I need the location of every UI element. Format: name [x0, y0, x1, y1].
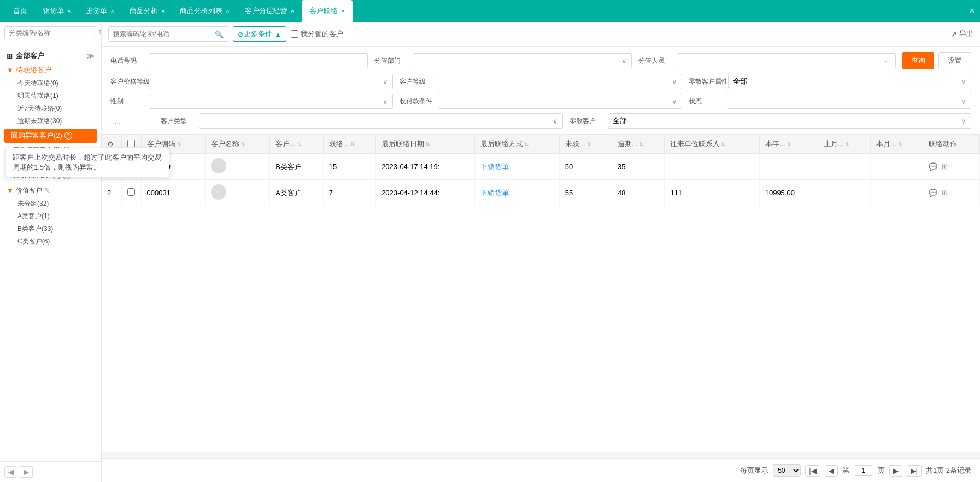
th-unreached[interactable]: 未联... ⇅	[559, 135, 612, 154]
sidebar-item-b-class[interactable]: B类客户(33)	[4, 223, 101, 235]
sidebar-item-today[interactable]: 今天待联络(0)	[4, 77, 101, 90]
th-type[interactable]: 客户... ⇅	[270, 135, 324, 154]
search-icon[interactable]: 🔍	[215, 30, 224, 38]
sort-icon-last-month: ⇅	[844, 141, 849, 147]
sidebar-item-c-class[interactable]: C类客户(6)	[4, 235, 101, 248]
nav-tab-customer-tier[interactable]: 客户分层经营 ×	[237, 0, 302, 22]
action-icon-chat-2[interactable]: 💬	[929, 189, 937, 197]
cell-overdue-1: 35	[612, 154, 665, 180]
th-overdue[interactable]: 逾期... ⇅	[612, 135, 665, 154]
status-select[interactable]: ∨	[727, 94, 971, 109]
cell-last-type-2[interactable]: 下销货单	[474, 180, 559, 206]
th-unit-contacts[interactable]: 往来单位联系人 ⇅	[665, 135, 759, 154]
last-contact-link-2[interactable]: 下销货单	[480, 189, 509, 197]
select-all-checkbox[interactable]	[127, 140, 135, 147]
th-last-date[interactable]: 最后联络日期 ⇅	[376, 135, 475, 154]
retail-customer-select[interactable]: 全部 ∨	[608, 113, 972, 129]
sidebar-prev-btn[interactable]: ◀	[4, 466, 17, 478]
table-area: ⚙ 客户编码 ⇅	[102, 135, 980, 452]
chevron-down-icon-gender: ∨	[383, 97, 388, 106]
adv-filter-row-2: 客户价格等级 ∨ 客户等级 ∨ 零散客户属性 全部	[110, 74, 971, 89]
help-icon[interactable]: ?	[64, 132, 72, 140]
nav-tab-purchase-close[interactable]: ×	[110, 8, 114, 14]
sidebar-item-a-class[interactable]: A类客户(1)	[4, 210, 101, 223]
query-button[interactable]: 查询	[902, 52, 934, 69]
sidebar-item-7days[interactable]: 近7天待联络(0)	[4, 102, 101, 115]
customer-type-select[interactable]: ∨	[199, 113, 563, 129]
nav-tab-customer-tier-close[interactable]: ×	[291, 8, 294, 14]
th-this-month[interactable]: 本月... ⇅	[870, 135, 923, 154]
sort-icon-last-date: ⇅	[425, 141, 430, 147]
th-this-year[interactable]: 本年... ⇅	[759, 135, 818, 154]
page-input[interactable]	[854, 465, 873, 476]
sidebar-item-overdue[interactable]: 逾期未联络(30)	[4, 115, 101, 127]
sidebar-item-ungroup[interactable]: 未分组(32)	[4, 198, 101, 210]
nav-tab-customer-contact[interactable]: 客户联络 ×	[302, 0, 352, 22]
cell-last-type-1[interactable]: 下销货单	[474, 154, 559, 180]
window-close-button[interactable]: ×	[970, 6, 975, 16]
last-contact-link-1[interactable]: 下销货单	[480, 162, 509, 171]
nav-tab-purchase[interactable]: 进货单 ×	[78, 0, 121, 22]
th-contact[interactable]: 联络... ⇅	[323, 135, 375, 154]
nav-tab-analysis-list[interactable]: 商品分析列表 ×	[172, 0, 237, 22]
row-checkbox-2[interactable]	[127, 188, 135, 196]
dots-button[interactable]: ...	[110, 117, 125, 125]
cell-type-2: A类客户	[270, 180, 324, 206]
sidebar-group-pending[interactable]: ▼ 待联络客户	[0, 63, 101, 77]
pagination: 每页显示 50 100 |◀ ◀ 第 页 ▶ ▶| 共1页 2条记录	[102, 458, 980, 482]
expand-arrow-icon: ▼	[7, 66, 14, 74]
last-page-btn[interactable]: ▶|	[907, 465, 922, 477]
sidebar-collapse-btn[interactable]: ≫	[87, 52, 95, 60]
nav-tab-home[interactable]: 首页	[5, 0, 35, 22]
action-icon-grid-1[interactable]: ⊞	[942, 162, 948, 171]
payment-select[interactable]: ∨	[438, 94, 682, 109]
cell-this-month-1	[870, 154, 923, 180]
phone-input[interactable]	[149, 53, 368, 68]
cell-name-2	[206, 180, 270, 206]
sidebar-all-customers[interactable]: ⊞ 全部客户 ≫	[0, 49, 101, 63]
sidebar-search-input[interactable]	[4, 26, 96, 39]
nav-tab-analysis[interactable]: 商品分析 ×	[122, 0, 172, 22]
settings-button[interactable]: 设置	[938, 52, 971, 69]
gender-select[interactable]: ∨	[149, 94, 393, 109]
avatar-2	[211, 184, 226, 200]
search-input[interactable]	[113, 30, 215, 38]
horizontal-scrollbar[interactable]	[102, 452, 980, 458]
th-last-month[interactable]: 上月... ⇅	[818, 135, 870, 154]
th-name[interactable]: 客户名称 ⇅	[206, 135, 270, 154]
nav-tab-analysis-close[interactable]: ×	[161, 8, 165, 14]
sidebar-next-btn[interactable]: ▶	[20, 466, 33, 478]
sidebar-value-items: 未分组(32) A类客户(1) B类客户(33) C类客户(6)	[0, 198, 101, 248]
action-icon-grid-2[interactable]: ⊞	[942, 189, 948, 197]
sidebar-item-repurchase-abnormal[interactable]: 回购异常客户(2) ?	[4, 129, 97, 143]
nav-tab-analysis-list-close[interactable]: ×	[226, 8, 229, 14]
my-customers-input[interactable]	[291, 30, 298, 38]
customer-level-select[interactable]: ∨	[438, 74, 682, 89]
cell-overdue-2: 48	[612, 180, 665, 206]
dept-select[interactable]: ∨	[413, 53, 632, 68]
more-conditions-btn[interactable]: ⊘ 更多条件 ▲	[233, 26, 286, 42]
manager-select[interactable]: ···	[677, 53, 896, 68]
value-customer-edit[interactable]: ✎	[44, 187, 50, 195]
prev-page-btn[interactable]: ◀	[825, 465, 838, 477]
nav-tab-sales[interactable]: 销货单 ×	[35, 0, 78, 22]
sort-icon-type: ⇅	[297, 141, 301, 147]
nav-tab-customer-contact-close[interactable]: ×	[341, 8, 344, 14]
retail-attr-select[interactable]: 全部 ∨	[728, 74, 971, 89]
action-icon-chat-1[interactable]: 💬	[929, 162, 937, 171]
cell-actions-1: 💬 ⊞	[923, 154, 980, 180]
th-last-type[interactable]: 最后联络方式 ⇅	[474, 135, 559, 154]
filter-phone: 电话号码	[110, 53, 368, 68]
price-level-select[interactable]: ∨	[150, 74, 393, 89]
nav-tab-sales-close[interactable]: ×	[67, 8, 71, 14]
chevron-down-icon: ▲	[274, 30, 281, 38]
adv-filter-row-3: 性别 ∨ 收付款条件 ∨ 状态 ∨	[110, 94, 971, 109]
sidebar-item-tomorrow[interactable]: 明天待联络(1)	[4, 90, 101, 102]
settings-gear-icon[interactable]: ⚙	[107, 140, 114, 148]
first-page-btn[interactable]: |◀	[805, 465, 820, 477]
per-page-select[interactable]: 50 100	[773, 464, 801, 477]
export-btn[interactable]: ↗ 导出	[951, 29, 973, 39]
next-page-btn[interactable]: ▶	[889, 465, 902, 477]
filter-dept: 分管部门 ∨	[374, 53, 632, 68]
th-actions: 联络动作	[923, 135, 980, 154]
